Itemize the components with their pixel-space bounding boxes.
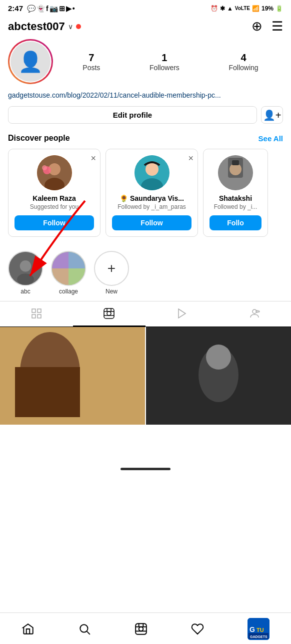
status-right: ⏰ ✱ ▲ VoLTE 📶 19% 🔋 — [210, 5, 283, 12]
profile-stats-row: 👤 7 Posts 1 Followers 4 Following — [0, 39, 291, 91]
stats-container: 7 Posts 1 Followers 4 Following — [58, 52, 283, 72]
post-thumb-2[interactable] — [146, 327, 291, 425]
svg-rect-19 — [68, 268, 85, 285]
svg-rect-17 — [68, 252, 85, 268]
svg-rect-21 — [32, 309, 36, 312]
nav-search[interactable] — [78, 622, 91, 635]
avatar-inner: 👤 — [10, 42, 50, 82]
nav-brand[interactable]: G TU GADGETS — [248, 618, 270, 640]
svg-marker-31 — [178, 309, 186, 318]
svg-point-4 — [42, 165, 47, 170]
bottom-handle — [0, 465, 291, 472]
stories-row: abc collage + New — [0, 245, 291, 301]
posts-grid — [0, 327, 291, 425]
svg-rect-18 — [52, 268, 68, 285]
story-plus-icon: + — [108, 261, 116, 275]
post-thumb-1[interactable] — [0, 327, 145, 425]
brand-logo: G TU GADGETS — [248, 618, 270, 640]
kaleem-avatar — [37, 155, 72, 190]
svg-point-40 — [206, 345, 231, 370]
svg-rect-24 — [38, 314, 41, 318]
svg-rect-22 — [38, 309, 41, 312]
close-kaleem-button[interactable]: × — [90, 153, 96, 164]
nav-reels[interactable] — [134, 622, 148, 635]
profile-avatar[interactable]: 👤 — [8, 39, 53, 84]
facebook-icon: f — [46, 5, 48, 13]
username-row[interactable]: abctest007 ∨ — [8, 20, 81, 33]
post-tabs — [0, 301, 291, 327]
story-new-label: New — [106, 288, 118, 295]
nav-heart[interactable] — [191, 622, 204, 635]
story-collage-circle — [51, 251, 86, 286]
stat-posts[interactable]: 7 Posts — [82, 52, 100, 72]
snapchat-icon: 👻 — [36, 5, 45, 13]
see-all-button[interactable]: See All — [258, 134, 283, 143]
username: abctest007 — [8, 20, 65, 33]
saundarya-avatar — [134, 155, 170, 190]
follow-kaleem-button[interactable]: Follow — [14, 215, 94, 230]
discover-card-saundarya: × 🌻 Saundarya Vis... Followed by _i_am_p… — [106, 149, 198, 237]
discover-card-shatakshi: Shatakshi Followed by _i... Follo — [203, 149, 268, 237]
youtube-icon: ▶ — [66, 5, 72, 13]
status-time: 2:47 — [8, 4, 23, 13]
follow-shatakshi-button[interactable]: Follo — [210, 215, 262, 230]
stat-followers[interactable]: 1 Followers — [150, 52, 180, 72]
svg-rect-25 — [104, 308, 114, 318]
story-new[interactable]: + New — [94, 251, 129, 295]
svg-line-42 — [87, 631, 90, 634]
avatar-person-icon: 👤 — [18, 50, 43, 74]
handle-bar — [120, 468, 170, 470]
bottom-nav: G TU GADGETS — [0, 612, 291, 644]
svg-point-44 — [139, 627, 144, 631]
svg-point-33 — [256, 310, 258, 312]
chevron-down-icon[interactable]: ∨ — [68, 23, 73, 31]
tab-reels[interactable] — [73, 301, 146, 327]
profile-header: abctest007 ∨ ⊕ ☰ — [0, 15, 291, 39]
svg-point-6 — [146, 163, 158, 176]
svg-rect-16 — [52, 252, 68, 268]
stat-following[interactable]: 4 Following — [229, 52, 258, 72]
instagram-icon: 📷 — [50, 5, 58, 13]
svg-rect-23 — [32, 314, 36, 318]
discover-card-kaleem: × Kaleem Raza Suggested for you Follow — [8, 149, 100, 237]
online-dot — [76, 24, 81, 29]
story-abc-circle — [8, 251, 43, 286]
add-person-button[interactable]: 👤+ — [261, 106, 283, 124]
volte-icon: VoLTE — [235, 6, 250, 11]
battery-icon: 🔋 — [276, 5, 283, 12]
following-count: 4 — [241, 52, 246, 64]
profile-link[interactable]: gadgetstouse.com/blog/2022/02/11/cancel-… — [0, 91, 291, 106]
grid-icon: ⊞ — [59, 5, 65, 13]
saundarya-sub: Followed by _i_am_paras — [118, 203, 186, 210]
svg-point-26 — [107, 311, 111, 315]
story-abc[interactable]: abc — [8, 251, 43, 295]
menu-button[interactable]: ☰ — [272, 19, 283, 34]
follow-saundarya-button[interactable]: Follow — [112, 215, 192, 230]
svg-text:GADGETS: GADGETS — [250, 635, 268, 638]
wifi-icon: ▲ — [227, 5, 233, 12]
story-abc-bg — [9, 252, 42, 285]
status-bar: 2:47 💬 👻 f 📷 ⊞ ▶ • ⏰ ✱ ▲ VoLTE 📶 19% 🔋 — [0, 0, 291, 15]
svg-point-14 — [17, 273, 34, 285]
tab-grid[interactable] — [0, 301, 73, 327]
tab-tagged[interactable] — [218, 301, 292, 327]
svg-point-41 — [80, 624, 88, 632]
tab-play[interactable] — [146, 301, 218, 327]
following-label: Following — [229, 64, 258, 72]
nav-home[interactable] — [22, 622, 34, 635]
add-post-button[interactable]: ⊕ — [252, 19, 262, 34]
story-collage[interactable]: collage — [51, 251, 86, 295]
bio-link-text: gadgetstouse.com/blog/2022/02/11/cancel-… — [8, 91, 221, 99]
story-abc-label: abc — [20, 288, 30, 295]
shatakshi-avatar — [218, 155, 253, 190]
posts-label: Posts — [82, 64, 100, 72]
close-saundarya-button[interactable]: × — [188, 153, 194, 164]
alarm-icon: ⏰ — [210, 5, 218, 12]
story-collage-label: collage — [59, 288, 78, 295]
bluetooth-icon: ✱ — [220, 5, 225, 12]
edit-profile-button[interactable]: Edit profile — [8, 106, 257, 124]
svg-text:TU: TU — [256, 627, 264, 633]
followers-label: Followers — [150, 64, 180, 72]
discover-title: Discover people — [8, 134, 70, 143]
discover-header: Discover people See All — [0, 132, 291, 149]
